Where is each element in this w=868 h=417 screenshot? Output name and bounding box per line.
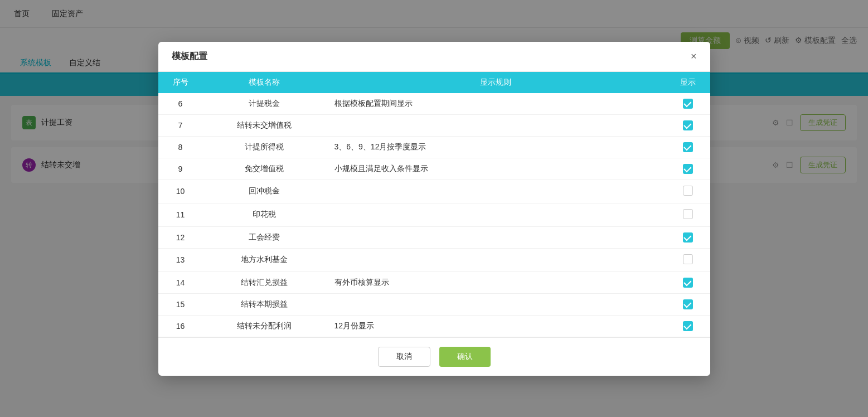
cell-check[interactable] xyxy=(666,158,710,180)
col-header-name: 模板名称 xyxy=(203,72,326,93)
cell-name: 计提税金 xyxy=(203,93,326,115)
cell-id: 7 xyxy=(158,114,203,136)
table-row: 7结转未交增值税 xyxy=(158,114,710,136)
cell-check[interactable] xyxy=(666,315,710,337)
table-row: 6计提税金根据模板配置期间显示 xyxy=(158,93,710,115)
checkbox-checked[interactable] xyxy=(683,232,693,243)
checkbox-checked[interactable] xyxy=(683,142,693,152)
table-row: 15结转本期损益 xyxy=(158,293,710,315)
col-header-rule: 显示规则 xyxy=(326,72,666,93)
cell-id: 8 xyxy=(158,136,203,158)
cell-name: 印花税 xyxy=(203,203,326,226)
cell-id: 9 xyxy=(158,158,203,180)
cell-name: 计提所得税 xyxy=(203,136,326,158)
cell-rule xyxy=(326,293,666,315)
cell-id: 12 xyxy=(158,226,203,248)
modal-title: 模板配置 xyxy=(172,51,207,62)
cell-rule: 有外币核算显示 xyxy=(326,271,666,293)
checkbox-unchecked[interactable] xyxy=(683,209,693,219)
cell-rule xyxy=(326,248,666,271)
checkbox-unchecked[interactable] xyxy=(683,186,693,196)
cell-name: 结转汇兑损益 xyxy=(203,271,326,293)
cell-check[interactable] xyxy=(666,248,710,271)
cell-id: 11 xyxy=(158,203,203,226)
cell-id: 14 xyxy=(158,271,203,293)
checkbox-checked[interactable] xyxy=(683,120,693,130)
cell-rule: 小规模且满足收入条件显示 xyxy=(326,158,666,180)
cell-rule xyxy=(326,180,666,203)
cell-id: 10 xyxy=(158,180,203,203)
cell-rule xyxy=(326,226,666,248)
cell-check[interactable] xyxy=(666,180,710,203)
table-row: 11印花税 xyxy=(158,203,710,226)
config-table: 序号 模板名称 显示规则 显示 6计提税金根据模板配置期间显示7结转未交增值税8… xyxy=(158,72,710,337)
table-row: 9免交增值税小规模且满足收入条件显示 xyxy=(158,158,710,180)
checkbox-checked[interactable] xyxy=(683,278,693,288)
table-header: 序号 模板名称 显示规则 显示 xyxy=(158,72,710,93)
cell-rule: 3、6、9、12月按季度显示 xyxy=(326,136,666,158)
cell-name: 地方水利基金 xyxy=(203,248,326,271)
table-row: 14结转汇兑损益有外币核算显示 xyxy=(158,271,710,293)
checkbox-checked[interactable] xyxy=(683,164,693,174)
confirm-button[interactable]: 确认 xyxy=(439,347,491,367)
table-row: 13地方水利基金 xyxy=(158,248,710,271)
cell-id: 16 xyxy=(158,315,203,337)
cancel-button[interactable]: 取消 xyxy=(378,347,430,367)
template-config-modal: 模板配置 × 序号 模板名称 显示规则 显示 6计提税金根据模板配置期间显 xyxy=(158,42,710,376)
cell-check[interactable] xyxy=(666,93,710,115)
cell-check[interactable] xyxy=(666,293,710,315)
cell-check[interactable] xyxy=(666,271,710,293)
cell-name: 回冲税金 xyxy=(203,180,326,203)
checkbox-checked[interactable] xyxy=(683,99,693,109)
cell-name: 结转未交增值税 xyxy=(203,114,326,136)
cell-name: 结转本期损益 xyxy=(203,293,326,315)
table-row: 16结转未分配利润12月份显示 xyxy=(158,315,710,337)
cell-name: 结转未分配利润 xyxy=(203,315,326,337)
cell-check[interactable] xyxy=(666,226,710,248)
cell-rule: 12月份显示 xyxy=(326,315,666,337)
table-scroll-area[interactable]: 序号 模板名称 显示规则 显示 6计提税金根据模板配置期间显示7结转未交增值税8… xyxy=(158,72,710,337)
cell-id: 15 xyxy=(158,293,203,315)
checkbox-checked[interactable] xyxy=(683,299,693,309)
modal-close-button[interactable]: × xyxy=(691,51,697,61)
modal-header: 模板配置 × xyxy=(158,42,710,72)
cell-check[interactable] xyxy=(666,136,710,158)
cell-rule: 根据模板配置期间显示 xyxy=(326,93,666,115)
cell-rule xyxy=(326,203,666,226)
checkbox-checked[interactable] xyxy=(683,321,693,331)
cell-id: 13 xyxy=(158,248,203,271)
table-row: 12工会经费 xyxy=(158,226,710,248)
modal-overlay: 模板配置 × 序号 模板名称 显示规则 显示 6计提税金根据模板配置期间显 xyxy=(0,0,868,417)
cell-check[interactable] xyxy=(666,203,710,226)
modal-body: 序号 模板名称 显示规则 显示 6计提税金根据模板配置期间显示7结转未交增值税8… xyxy=(158,72,710,337)
modal-footer: 取消 确认 xyxy=(158,337,710,376)
table-row: 10回冲税金 xyxy=(158,180,710,203)
col-header-id: 序号 xyxy=(158,72,203,93)
cell-check[interactable] xyxy=(666,114,710,136)
table-row: 8计提所得税3、6、9、12月按季度显示 xyxy=(158,136,710,158)
checkbox-unchecked[interactable] xyxy=(683,254,693,264)
cell-id: 6 xyxy=(158,93,203,115)
cell-rule xyxy=(326,114,666,136)
cell-name: 工会经费 xyxy=(203,226,326,248)
table-body: 6计提税金根据模板配置期间显示7结转未交增值税8计提所得税3、6、9、12月按季… xyxy=(158,93,710,337)
cell-name: 免交增值税 xyxy=(203,158,326,180)
col-header-display: 显示 xyxy=(666,72,710,93)
